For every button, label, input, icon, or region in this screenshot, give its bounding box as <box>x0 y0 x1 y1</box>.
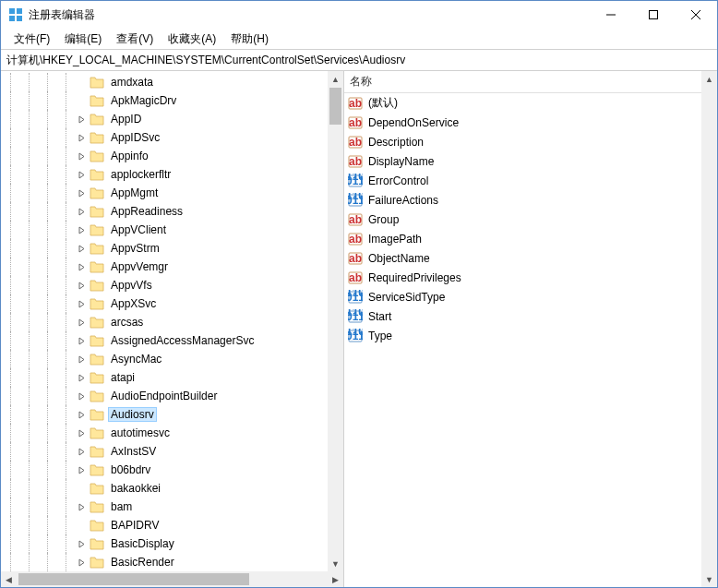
menu-view[interactable]: 查看(V) <box>109 30 161 49</box>
titlebar: 注册表编辑器 <box>1 1 717 29</box>
expand-arrow-icon[interactable] <box>75 426 88 439</box>
expand-arrow-icon[interactable] <box>75 353 88 366</box>
expand-arrow-icon[interactable] <box>75 556 88 569</box>
list-vertical-scrollbar[interactable]: ▲ ▼ <box>701 71 717 587</box>
expand-arrow-icon[interactable] <box>75 223 88 236</box>
tree-vertical-scrollbar[interactable]: ▲ ▼ <box>328 71 343 571</box>
menu-edit[interactable]: 编辑(E) <box>57 30 109 49</box>
value-row[interactable]: abDescription <box>344 132 701 151</box>
value-name: RequiredPrivileges <box>368 271 461 284</box>
expand-arrow-icon[interactable] <box>75 131 88 144</box>
tree-item[interactable]: b06bdrv <box>1 461 328 479</box>
tree-item[interactable]: bam <box>1 498 328 516</box>
menu-help[interactable]: 帮助(H) <box>223 30 276 49</box>
scroll-right-arrow-icon[interactable]: ▶ <box>328 571 343 587</box>
expand-arrow-icon[interactable] <box>75 260 88 273</box>
expand-arrow-icon[interactable] <box>75 390 88 402</box>
list-view[interactable]: 名称 ab(默认)abDependOnServiceabDescriptiona… <box>344 71 701 587</box>
tree-item[interactable]: AppMgmt <box>1 184 328 202</box>
menu-file[interactable]: 文件(F) <box>6 30 57 49</box>
svg-text:ab: ab <box>349 233 362 246</box>
expand-arrow-icon[interactable] <box>75 463 88 476</box>
tree-item[interactable]: AppID <box>1 110 328 128</box>
value-name: (默认) <box>368 95 398 111</box>
expand-arrow-icon[interactable] <box>75 334 88 347</box>
tree-item[interactable]: applockerfltr <box>1 165 328 184</box>
expand-arrow-icon[interactable] <box>75 205 88 218</box>
tree-item[interactable]: BAPIDRV <box>1 516 328 534</box>
tree-item[interactable]: AssignedAccessManagerSvc <box>1 331 328 350</box>
expand-arrow-icon[interactable] <box>75 316 88 329</box>
value-row[interactable]: 011110FailureActions <box>344 190 701 210</box>
tree-view[interactable]: amdxataApkMagicDrvAppIDAppIDSvcAppinfoap… <box>1 71 328 571</box>
expand-arrow-icon[interactable] <box>75 150 88 162</box>
value-row[interactable]: 011110Type <box>344 326 701 345</box>
tree-item[interactable]: AppXSvc <box>1 294 328 313</box>
folder-icon <box>90 168 104 181</box>
expand-arrow-icon[interactable] <box>75 76 88 89</box>
value-row[interactable]: abObjectName <box>344 248 701 268</box>
expand-arrow-icon[interactable] <box>75 408 88 421</box>
menu-favorites[interactable]: 收藏夹(A) <box>161 30 223 49</box>
tree-item[interactable]: atapi <box>1 368 328 387</box>
expand-arrow-icon[interactable] <box>75 371 88 384</box>
expand-arrow-icon[interactable] <box>75 168 88 181</box>
value-row[interactable]: abDependOnService <box>344 113 701 132</box>
tree-item[interactable]: AppReadiness <box>1 202 328 221</box>
tree-item[interactable]: AsyncMac <box>1 350 328 368</box>
tree-item[interactable]: BasicRender <box>1 553 328 571</box>
value-row[interactable]: abImagePath <box>344 229 701 248</box>
scroll-up-arrow-icon[interactable]: ▲ <box>701 71 717 87</box>
tree-item[interactable]: AppvStrm <box>1 239 328 258</box>
binary-value-icon: 011110 <box>348 174 363 188</box>
expand-arrow-icon[interactable] <box>75 500 88 513</box>
tree-item[interactable]: amdxata <box>1 73 328 91</box>
maximize-button[interactable] <box>632 1 675 29</box>
tree-item[interactable]: Audiosrv <box>1 405 328 424</box>
value-row[interactable]: 011110ErrorControl <box>344 171 701 190</box>
tree-item[interactable]: AudioEndpointBuilder <box>1 387 328 405</box>
scroll-thumb[interactable] <box>329 88 341 125</box>
tree-item[interactable]: AppvVfs <box>1 276 328 294</box>
value-row[interactable]: abDisplayName <box>344 151 701 171</box>
scroll-thumb[interactable] <box>18 573 249 585</box>
scroll-left-arrow-icon[interactable]: ◀ <box>1 571 17 587</box>
string-value-icon: ab <box>348 96 363 111</box>
value-row[interactable]: ab(默认) <box>344 93 701 113</box>
expand-arrow-icon[interactable] <box>75 537 88 550</box>
tree-item[interactable]: AppIDSvc <box>1 128 328 147</box>
value-row[interactable]: 011110ServiceSidType <box>344 287 701 306</box>
scroll-up-arrow-icon[interactable]: ▲ <box>328 71 343 87</box>
folder-icon <box>90 556 104 569</box>
tree-item[interactable]: AppvVemgr <box>1 258 328 276</box>
expand-arrow-icon[interactable] <box>75 186 88 199</box>
tree-item[interactable]: arcsas <box>1 313 328 331</box>
expand-arrow-icon[interactable] <box>75 482 88 495</box>
expand-arrow-icon[interactable] <box>75 297 88 310</box>
tree-item[interactable]: autotimesvc <box>1 424 328 442</box>
column-header-name[interactable]: 名称 <box>344 71 701 93</box>
tree-pane: amdxataApkMagicDrvAppIDAppIDSvcAppinfoap… <box>1 71 344 587</box>
scroll-down-arrow-icon[interactable]: ▼ <box>701 571 717 587</box>
tree-item[interactable]: AppVClient <box>1 221 328 239</box>
tree-item[interactable]: ApkMagicDrv <box>1 91 328 110</box>
expand-arrow-icon[interactable] <box>75 445 88 458</box>
value-row[interactable]: abRequiredPrivileges <box>344 268 701 287</box>
tree-horizontal-scrollbar[interactable]: ◀ ▶ <box>1 571 343 587</box>
scroll-down-arrow-icon[interactable]: ▼ <box>328 556 343 571</box>
tree-item[interactable]: bakaokkei <box>1 479 328 498</box>
expand-arrow-icon[interactable] <box>75 94 88 107</box>
tree-item[interactable]: Appinfo <box>1 147 328 165</box>
value-row[interactable]: abGroup <box>344 210 701 229</box>
expand-arrow-icon[interactable] <box>75 242 88 255</box>
minimize-button[interactable] <box>590 1 632 29</box>
expand-arrow-icon[interactable] <box>75 519 88 532</box>
address-bar[interactable]: 计算机\HKEY_LOCAL_MACHINE\SYSTEM\CurrentCon… <box>1 49 717 71</box>
tree-item[interactable]: BasicDisplay <box>1 534 328 553</box>
close-button[interactable] <box>675 1 717 29</box>
binary-value-icon: 011110 <box>348 193 363 208</box>
value-row[interactable]: 011110Start <box>344 306 701 326</box>
expand-arrow-icon[interactable] <box>75 279 88 292</box>
tree-item[interactable]: AxInstSV <box>1 442 328 461</box>
expand-arrow-icon[interactable] <box>75 113 88 126</box>
